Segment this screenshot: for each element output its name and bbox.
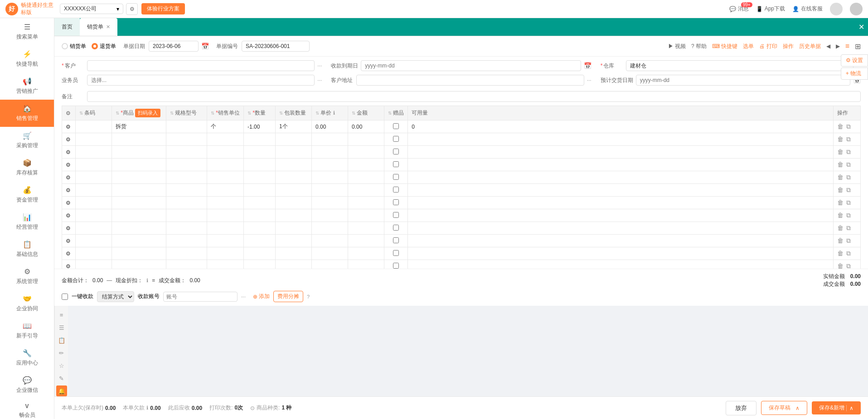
row-price[interactable] [312, 209, 348, 222]
date-input[interactable] [149, 41, 199, 52]
row-qty[interactable] [244, 184, 276, 197]
row-unit[interactable] [207, 260, 244, 269]
spec-sort-icon[interactable]: ⇅ [170, 111, 174, 116]
expense-info-icon[interactable]: ? [307, 294, 310, 299]
row-qty[interactable]: -1.00 [244, 120, 276, 133]
row-qty[interactable] [244, 235, 276, 247]
sidebar-item-system[interactable]: ⚙ 系统管理 [0, 263, 54, 290]
sidebar-item-quick[interactable]: ⚡ 快捷导航 [0, 45, 54, 72]
customer-dots[interactable]: ··· [317, 63, 322, 69]
row-qty[interactable] [244, 222, 276, 235]
row-qty[interactable] [244, 159, 276, 171]
gift-sort-icon[interactable]: ⇅ [388, 111, 392, 116]
rp-icon-4[interactable]: ✏ [56, 347, 67, 358]
shortcut-btn[interactable]: ⌨ 快捷键 [712, 43, 737, 50]
rp-icon-2[interactable]: ☰ [56, 322, 67, 333]
online-service-button[interactable]: 👤 在线客服 [792, 5, 823, 13]
row-spec[interactable] [166, 146, 207, 159]
row-barcode[interactable] [76, 184, 112, 197]
row-gear[interactable]: ⚙ [62, 260, 76, 269]
radio-return[interactable]: 退货单 [92, 43, 116, 50]
sidebar-item-purchase[interactable]: 🛒 采购管理 [0, 127, 54, 154]
row-price[interactable] [312, 184, 348, 197]
row-gear[interactable]: ⚙ [62, 197, 76, 209]
row-gift-checkbox[interactable] [384, 133, 408, 146]
video-btn[interactable]: ▶ 视频 [668, 43, 686, 50]
product-kinds-radio[interactable]: ⊙ [250, 405, 255, 411]
history-btn[interactable]: 历史单据 [799, 43, 821, 50]
row-gift-checkbox[interactable] [384, 146, 408, 159]
row-price[interactable] [312, 159, 348, 171]
row-unit[interactable] [207, 184, 244, 197]
row-spec[interactable] [166, 120, 207, 133]
customer-addr-dots[interactable]: ··· [587, 77, 592, 83]
sidebar-item-guide[interactable]: 📖 新手引导 [0, 317, 54, 344]
copy-row-icon[interactable]: ⧉ [846, 250, 851, 257]
select-btn[interactable]: 选单 [743, 43, 754, 50]
row-unit[interactable] [207, 171, 244, 184]
discount-info-icon[interactable]: ℹ [146, 278, 148, 284]
row-product[interactable] [112, 197, 166, 209]
row-barcode[interactable] [76, 235, 112, 247]
print-btn[interactable]: 🖨 打印 [759, 43, 777, 50]
copy-row-icon[interactable]: ⧉ [846, 148, 851, 156]
row-product[interactable] [112, 235, 166, 247]
row-spec[interactable] [166, 260, 207, 269]
delete-row-icon[interactable]: 🗑 [837, 212, 844, 219]
pay-method-select[interactable]: 结算方式 [97, 291, 134, 302]
delete-row-icon[interactable]: 🗑 [837, 186, 844, 194]
nav-prev-icon[interactable]: ◀ [826, 43, 830, 49]
row-pkgqty[interactable] [276, 209, 312, 222]
discard-button[interactable]: 放弃 [726, 401, 756, 415]
row-gear[interactable]: ⚙ [62, 184, 76, 197]
row-amount[interactable] [348, 159, 384, 171]
expected-date-input[interactable] [636, 75, 850, 86]
row-gift-checkbox[interactable] [384, 159, 408, 171]
row-gear[interactable]: ⚙ [62, 171, 76, 184]
sidebar-item-inventory[interactable]: 📦 库存核算 [0, 154, 54, 181]
row-product[interactable] [112, 159, 166, 171]
company-selector[interactable]: XXXXXX公司 ▾ [60, 4, 123, 14]
logistics-form-button[interactable]: + 物流 [841, 67, 868, 80]
row-gift-checkbox[interactable] [384, 197, 408, 209]
row-pkgqty[interactable] [276, 197, 312, 209]
due-date-calendar-icon[interactable]: 📅 [584, 62, 592, 69]
unit-sort-icon[interactable]: ⇅ [211, 111, 214, 116]
operate-btn[interactable]: 操作 [783, 43, 794, 50]
docnum-input[interactable] [242, 41, 310, 52]
row-pkgqty[interactable] [276, 184, 312, 197]
delete-row-icon[interactable]: 🗑 [837, 262, 844, 269]
copy-row-icon[interactable]: ⧉ [846, 212, 851, 219]
row-unit[interactable] [207, 146, 244, 159]
copy-row-icon[interactable]: ⧉ [846, 173, 851, 181]
rp-icon-6[interactable]: ✎ [56, 373, 67, 384]
row-pkgqty[interactable] [276, 247, 312, 260]
rp-icon-1[interactable]: ≡ [56, 309, 67, 320]
view-grid-icon[interactable]: ⊞ [855, 42, 861, 51]
sidebar-item-base[interactable]: 📋 基础信息 [0, 236, 54, 263]
row-pkgqty[interactable] [276, 171, 312, 184]
row-amount[interactable] [348, 146, 384, 159]
radio-sales[interactable]: 销货单 [62, 43, 86, 50]
pkg-sort-icon[interactable]: ⇅ [279, 111, 283, 116]
copy-row-icon[interactable]: ⧉ [846, 199, 851, 207]
qty-sort-icon[interactable]: ⇅ [247, 111, 251, 116]
notes-input[interactable] [87, 91, 861, 102]
sidebar-item-operation[interactable]: 📊 经营管理 [0, 208, 54, 236]
row-price[interactable] [312, 197, 348, 209]
product-sort-icon[interactable]: ⇅ [116, 111, 119, 116]
row-spec[interactable] [166, 247, 207, 260]
row-gift-checkbox[interactable] [384, 120, 408, 133]
pay-account-input[interactable] [163, 292, 238, 302]
row-gear[interactable]: ⚙ [62, 235, 76, 247]
row-gear[interactable]: ⚙ [62, 133, 76, 146]
sidebar-item-marketing[interactable]: 📢 营销推广 [0, 72, 54, 100]
row-amount[interactable] [348, 235, 384, 247]
row-amount[interactable] [348, 133, 384, 146]
row-gear[interactable]: ⚙ [62, 247, 76, 260]
row-qty[interactable] [244, 209, 276, 222]
row-unit[interactable] [207, 247, 244, 260]
row-price[interactable] [312, 247, 348, 260]
app-download-button[interactable]: 📱 App下载 [756, 5, 785, 13]
row-barcode[interactable] [76, 159, 112, 171]
